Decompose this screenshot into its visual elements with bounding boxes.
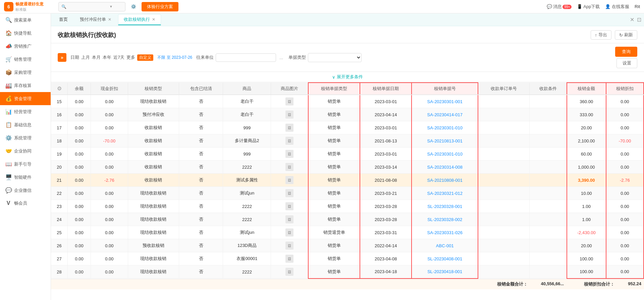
search-icon: 🔍 bbox=[61, 4, 66, 9]
date-more[interactable]: 更多 bbox=[126, 54, 135, 60]
date-7days[interactable]: 近7天 bbox=[113, 54, 124, 60]
sidebar-item-inventory[interactable]: 🏭 库存核算 bbox=[0, 79, 51, 92]
dropdown-arrow-icon: ▼ bbox=[109, 5, 113, 8]
voucher-no-link[interactable]: SA-20230301-010 bbox=[427, 152, 463, 157]
search-input[interactable] bbox=[68, 4, 108, 9]
cell-voucher-no[interactable]: SA-20230414-017 bbox=[412, 108, 478, 121]
query-button[interactable]: 查询 bbox=[615, 47, 637, 57]
app-download-item[interactable]: 📱 App下载 bbox=[577, 4, 600, 10]
cell-voucher-no[interactable]: SA-20230301-010 bbox=[412, 147, 478, 161]
col-writeoff-discount: 核销折扣 bbox=[606, 83, 644, 95]
voucher-no-link[interactable]: SA-20210813-001 bbox=[427, 138, 463, 143]
search-box[interactable]: 🔍 ▼ bbox=[58, 2, 125, 11]
partner-input[interactable] bbox=[216, 53, 276, 62]
export-button[interactable]: ↑ 导出 bbox=[591, 30, 612, 40]
col-voucher-no: 核销单据号 bbox=[412, 83, 478, 95]
voucher-no-link[interactable]: SA-20230414-017 bbox=[427, 112, 463, 117]
date-custom-btn[interactable]: 自定义 bbox=[137, 54, 153, 61]
voucher-no-link[interactable]: SA-20210808-001 bbox=[427, 178, 463, 183]
cell-order-no bbox=[478, 265, 529, 278]
cell-voucher-no[interactable]: SA-20210808-001 bbox=[412, 174, 478, 187]
cell-voucher-no[interactable]: SA-20230301-010 bbox=[412, 121, 478, 134]
filter-expand-button[interactable]: » bbox=[58, 53, 66, 62]
sidebar-item-quick-nav[interactable]: 🏠 快捷导航 bbox=[0, 27, 51, 40]
sidebar-item-label: 搜索菜单 bbox=[14, 17, 32, 23]
cell-goods: 2222 bbox=[223, 213, 271, 226]
sidebar-item-enterprise[interactable]: 🤝 企业协同 bbox=[0, 144, 51, 158]
cell-goods-img: 🖼 bbox=[271, 200, 308, 213]
cell-settled: 否 bbox=[179, 239, 223, 252]
voucher-no-link[interactable]: SA-20230331-026 bbox=[427, 230, 463, 235]
voucher-no-link[interactable]: SL-20230408-001 bbox=[427, 256, 462, 261]
cell-condition bbox=[529, 226, 567, 239]
sidebar-item-smart[interactable]: 🖥️ 智能硬件 bbox=[0, 171, 51, 184]
sidebar-item-guide[interactable]: 📖 新手引导 bbox=[0, 158, 51, 171]
table-settings-icon[interactable]: ⚙ bbox=[57, 86, 62, 91]
table-row: 24 0.00 0.00 现结收款核销 否 2222 🖼 销货单 2023-03… bbox=[51, 213, 644, 226]
sales-icon: 🛒 bbox=[5, 56, 11, 62]
tab-receipt-cancel[interactable]: 收款核销执行 ✕ bbox=[118, 14, 161, 25]
close-window-icon[interactable]: ✕ bbox=[630, 16, 634, 23]
cell-order-no bbox=[478, 187, 529, 200]
cell-voucher-no[interactable]: SA-20230301-001 bbox=[412, 95, 478, 108]
sidebar-item-member[interactable]: V 畅会员 bbox=[0, 197, 51, 210]
tab-close-prepay[interactable]: ✕ bbox=[108, 17, 111, 22]
voucher-no-link[interactable]: SA-20230301-001 bbox=[427, 99, 463, 104]
sidebar-item-search-menu[interactable]: 🔍 搜索菜单 bbox=[0, 13, 51, 27]
cell-order-no bbox=[478, 213, 529, 226]
notification-item[interactable]: 💬 消息99+ bbox=[547, 4, 572, 10]
cell-voucher-no[interactable]: SA-20230331-026 bbox=[412, 226, 478, 239]
sidebar-item-purchase[interactable]: 📦 采购管理 bbox=[0, 66, 51, 79]
cell-voucher-no[interactable]: ABC-001 bbox=[412, 239, 478, 252]
tab-prepay[interactable]: 预付冲应付单 ✕ bbox=[74, 14, 117, 25]
voucher-no-link[interactable]: SA-20230314-008 bbox=[427, 165, 463, 170]
voucher-no-link[interactable]: SA-20230321-012 bbox=[427, 191, 463, 196]
voucher-no-link[interactable]: SA-20230301-010 bbox=[427, 125, 463, 130]
setting-button[interactable]: 设置 bbox=[616, 58, 637, 68]
cell-amount: 10.00 bbox=[567, 187, 606, 200]
cell-voucher-no[interactable]: SL-20230408-001 bbox=[412, 252, 478, 265]
cell-type: 收款核销 bbox=[128, 134, 179, 147]
voucher-type-select[interactable] bbox=[308, 53, 362, 62]
cell-order-no bbox=[478, 239, 529, 252]
cell-balance: 0.00 bbox=[68, 226, 91, 239]
sidebar-item-system[interactable]: ⚙️ 系统管理 bbox=[0, 131, 51, 144]
date-this-month[interactable]: 本月 bbox=[92, 54, 101, 60]
cell-voucher-no[interactable]: SA-20210813-001 bbox=[412, 134, 478, 147]
voucher-no-link[interactable]: SL-20230328-002 bbox=[427, 217, 462, 222]
sidebar-item-operations[interactable]: 📊 经营管理 bbox=[0, 105, 51, 118]
cell-condition bbox=[529, 252, 567, 265]
voucher-no-link[interactable]: SL-20230418-001 bbox=[427, 269, 462, 274]
tab-close-receipt[interactable]: ✕ bbox=[152, 17, 155, 22]
cell-writeoff-discount: 0.00 bbox=[606, 161, 644, 174]
cell-goods: 999 bbox=[223, 121, 271, 134]
sidebar-item-finance[interactable]: 💰 资金管理 bbox=[0, 92, 51, 105]
tab-home[interactable]: 首页 bbox=[54, 14, 73, 25]
cell-balance: 0.00 bbox=[68, 200, 91, 213]
date-last-month[interactable]: 上月 bbox=[81, 54, 90, 60]
voucher-no-link[interactable]: ABC-001 bbox=[436, 243, 454, 248]
sidebar-item-marketing[interactable]: 📣 营销推广 bbox=[0, 40, 51, 53]
expand-more-button[interactable]: ∨ 展开更多条件 bbox=[332, 74, 363, 80]
cell-voucher-no[interactable]: SA-20230314-008 bbox=[412, 161, 478, 174]
refresh-button[interactable]: ↻ 刷新 bbox=[615, 30, 637, 40]
cell-voucher-no[interactable]: SL-20230328-002 bbox=[412, 213, 478, 226]
online-service-item[interactable]: 👤 在线客服 bbox=[605, 4, 629, 10]
cell-voucher-no[interactable]: SL-20230418-001 bbox=[412, 265, 478, 278]
settings-gear-icon[interactable]: ⚙️ bbox=[129, 2, 138, 11]
cell-condition bbox=[529, 174, 567, 187]
sidebar-item-sales[interactable]: 🛒 销售管理 bbox=[0, 53, 51, 66]
user-name[interactable]: Rit bbox=[635, 4, 640, 9]
voucher-no-link[interactable]: SL-20230328-001 bbox=[427, 204, 462, 209]
sidebar-item-wechat[interactable]: 💬 企业微信 bbox=[0, 184, 51, 197]
sidebar-item-basic[interactable]: 📋 基础信息 bbox=[0, 118, 51, 131]
discount-total-value: 952.24 bbox=[628, 281, 641, 287]
partner-dots[interactable]: ... bbox=[279, 55, 283, 60]
cell-voucher-no[interactable]: SA-20230321-012 bbox=[412, 187, 478, 200]
col-settings[interactable]: ⚙ bbox=[51, 83, 68, 95]
trial-button[interactable]: 体验行业方案 bbox=[142, 2, 178, 11]
maximize-icon[interactable]: ⊡ bbox=[637, 16, 641, 23]
date-this-year[interactable]: 本年 bbox=[103, 54, 111, 60]
cell-voucher-no[interactable]: SL-20230328-001 bbox=[412, 200, 478, 213]
sidebar-item-label: 智能硬件 bbox=[14, 174, 32, 180]
